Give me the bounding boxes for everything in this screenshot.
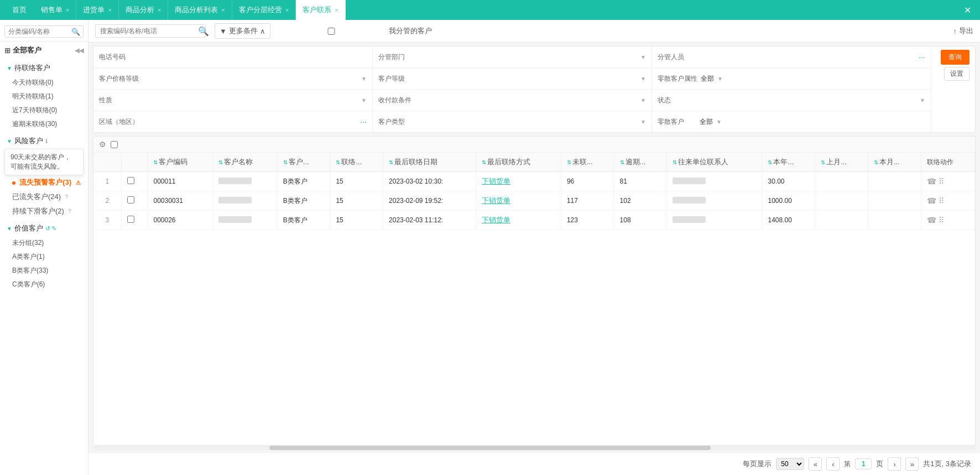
- next-page-button[interactable]: ›: [888, 457, 901, 471]
- my-customers-checkbox-label[interactable]: 我分管的客户: [276, 26, 432, 36]
- close-icon[interactable]: ×: [66, 7, 69, 13]
- pending-contact-header[interactable]: ▼ 待联络客户: [0, 60, 88, 76]
- sidebar-item-overdue[interactable]: 逾期未联络(30): [0, 117, 88, 131]
- th-overdue[interactable]: ⇅逾期...: [614, 153, 667, 172]
- th-no-contact[interactable]: ⇅未联...: [561, 153, 614, 172]
- cell-actions: ☎ ⠿: [921, 211, 974, 230]
- search-submit-icon[interactable]: 🔍: [198, 26, 209, 36]
- value-customer-header[interactable]: ▼ 价值客户 ↺ ✎: [0, 221, 88, 236]
- cell-checkbox[interactable]: [121, 191, 148, 211]
- nav-tab-analysis[interactable]: 商品分析 ×: [119, 0, 168, 20]
- nav-home[interactable]: 首页: [4, 0, 34, 20]
- first-page-button[interactable]: «: [809, 457, 822, 471]
- risk-customer-header[interactable]: ▼ 风险客户 ℹ: [0, 133, 88, 149]
- sidebar-item-class-b[interactable]: B类客户(33): [0, 264, 88, 278]
- cell-checkbox[interactable]: [121, 211, 148, 230]
- sidebar: 🔍 ⊞ 全部客户 ◀◀ ▼ 待联络客户 今天待联络(0) 明天待联络(1) 近7…: [0, 20, 88, 475]
- dept-select[interactable]: ▼: [417, 54, 646, 60]
- method-link[interactable]: 下销货单: [482, 177, 510, 185]
- prev-page-button[interactable]: ‹: [826, 457, 840, 471]
- th-contact[interactable]: ⇅联络...: [330, 153, 383, 172]
- manager-input[interactable]: [696, 53, 916, 61]
- th-this-month[interactable]: ⇅本月...: [868, 153, 921, 172]
- th-type[interactable]: ⇅客户...: [277, 153, 330, 172]
- row-checkbox[interactable]: [127, 216, 134, 223]
- edit-icon[interactable]: ✎: [51, 225, 56, 232]
- region-dots-icon[interactable]: ···: [360, 117, 367, 126]
- sidebar-item-class-c[interactable]: C类客户(6): [0, 278, 88, 291]
- page-number-input[interactable]: [855, 458, 872, 469]
- gear-icon[interactable]: ⚙: [99, 140, 106, 149]
- search-input[interactable]: [95, 24, 206, 38]
- nav-tab-sales[interactable]: 销售单 ×: [34, 0, 76, 20]
- table-scroll[interactable]: ⇅客户编码 ⇅客户名称 ⇅客户... ⇅联络... ⇅最后联络日期 ⇅最后联络方…: [93, 153, 975, 445]
- more-conditions-button[interactable]: ▼ 更多条件 ∧: [215, 23, 270, 39]
- refresh-icon[interactable]: ↺: [45, 225, 50, 232]
- phone-input[interactable]: [138, 53, 367, 61]
- payment-select[interactable]: ▼: [417, 97, 646, 103]
- more-actions-icon[interactable]: ⠿: [939, 196, 944, 205]
- row-checkbox[interactable]: [127, 196, 134, 203]
- retail-customer-select[interactable]: ▼: [716, 119, 925, 125]
- th-last-method[interactable]: ⇅最后联络方式: [476, 153, 561, 172]
- nav-tab-purchase[interactable]: 进货单 ×: [76, 0, 118, 20]
- sidebar-item-today[interactable]: 今天待联络(0): [0, 76, 88, 90]
- contact-icon[interactable]: ☎: [927, 177, 936, 186]
- th-name[interactable]: ⇅客户名称: [212, 153, 277, 172]
- status-select[interactable]: ▼: [696, 97, 925, 103]
- method-link[interactable]: 下销货单: [482, 216, 510, 224]
- close-icon[interactable]: ×: [285, 7, 289, 13]
- nav-tab-analysis-list[interactable]: 商品分析列表 ×: [168, 0, 232, 20]
- export-button[interactable]: ↑ 导出: [953, 26, 974, 36]
- close-icon[interactable]: ×: [108, 7, 111, 13]
- select-all-checkbox[interactable]: [111, 141, 118, 148]
- more-actions-icon[interactable]: ⠿: [939, 177, 944, 186]
- nav-tab-customer-contact[interactable]: 客户联系 ×: [296, 0, 345, 20]
- sidebar-item-churned[interactable]: 已流失客户(24) ?: [0, 190, 88, 204]
- region-input[interactable]: [139, 118, 358, 126]
- sidebar-item-tomorrow[interactable]: 明天待联络(1): [0, 90, 88, 103]
- nav-tab-customer-tier[interactable]: 客户分层经营 ×: [232, 0, 296, 20]
- price-tier-select[interactable]: ▼: [139, 76, 367, 82]
- retail-customer-label: 零散客户: [658, 117, 696, 127]
- sidebar-item-class-a[interactable]: A类客户(1): [0, 250, 88, 264]
- cell-last-method[interactable]: 下销货单: [476, 191, 561, 211]
- contact-icon[interactable]: ☎: [927, 216, 936, 225]
- th-code[interactable]: ⇅客户编码: [148, 153, 212, 172]
- query-button[interactable]: 查询: [941, 50, 969, 65]
- cell-last-method[interactable]: 下销货单: [476, 172, 561, 191]
- th-last-month[interactable]: ⇅上月...: [815, 153, 868, 172]
- scrollbar-thumb[interactable]: [269, 446, 711, 450]
- th-this-year[interactable]: ⇅本年...: [762, 153, 815, 172]
- sidebar-item-7days[interactable]: 近7天待联络(0): [0, 103, 88, 117]
- sidebar-item-unclassified[interactable]: 未分组(32): [0, 236, 88, 250]
- dots-icon[interactable]: ···: [919, 53, 925, 61]
- customer-tier-select[interactable]: ▼: [417, 76, 646, 82]
- contact-icon[interactable]: ☎: [927, 196, 936, 205]
- close-icon[interactable]: ×: [221, 7, 225, 13]
- help-icon: ?: [65, 194, 68, 200]
- customer-type-select[interactable]: ▼: [417, 119, 646, 125]
- more-actions-icon[interactable]: ⠿: [939, 216, 944, 225]
- cell-last-method[interactable]: 下销货单: [476, 211, 561, 230]
- nature-select[interactable]: ▼: [138, 97, 367, 103]
- filter-cell-price-tier: 客户价格等级 ▼: [93, 68, 373, 89]
- cell-checkbox[interactable]: [121, 172, 148, 191]
- close-icon[interactable]: ×: [158, 7, 161, 13]
- last-page-button[interactable]: »: [905, 457, 919, 471]
- sidebar-item-declining[interactable]: 持续下滑客户(2) ?: [0, 204, 88, 218]
- row-checkbox[interactable]: [127, 177, 134, 184]
- my-customers-checkbox[interactable]: [276, 28, 387, 35]
- retail-attr-select[interactable]: ▼: [717, 76, 925, 82]
- th-last-date[interactable]: ⇅最后联络日期: [383, 153, 476, 172]
- th-contact-person[interactable]: ⇅往来单位联系人: [667, 153, 762, 172]
- all-customers-header[interactable]: ⊞ 全部客户 ◀◀: [0, 41, 88, 59]
- per-page-select[interactable]: 50 100 200: [776, 458, 804, 470]
- cell-name: [212, 211, 277, 230]
- method-link[interactable]: 下销货单: [482, 196, 510, 205]
- window-close-icon[interactable]: ✕: [960, 5, 976, 15]
- close-icon[interactable]: ×: [335, 7, 338, 13]
- sidebar-item-churn-warning[interactable]: 流失预警客户(3) ⚠: [0, 175, 88, 190]
- horizontal-scrollbar[interactable]: [93, 446, 976, 450]
- settings-button[interactable]: 设置: [944, 67, 969, 81]
